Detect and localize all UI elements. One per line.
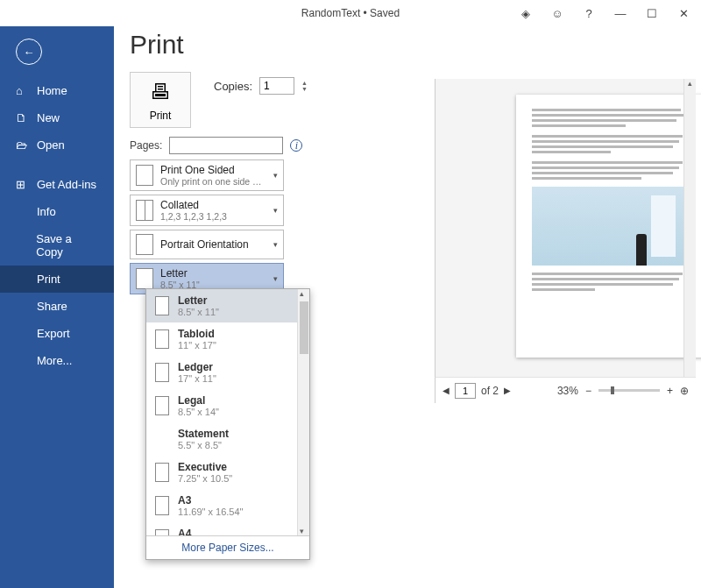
- option-print-sided[interactable]: Print One SidedOnly print on one side of…: [130, 159, 284, 191]
- preview-scrollbar[interactable]: ▴: [683, 79, 696, 401]
- paper-icon: [136, 268, 153, 289]
- dd-item-statement[interactable]: Statement5.5" x 8.5": [146, 422, 309, 456]
- nav-print-label: Print: [37, 273, 60, 286]
- printer-icon: 🖶: [131, 80, 190, 104]
- body: ← ⌂Home 🗋New 🗁Open ⊞Get Add-ins Info Sav…: [0, 26, 701, 588]
- page-number-input[interactable]: [455, 383, 476, 399]
- nav-new-label: New: [37, 111, 60, 124]
- preview-image: [532, 187, 689, 266]
- fit-page-button[interactable]: ⊕: [680, 385, 689, 397]
- nav-info-label: Info: [37, 205, 56, 218]
- page-icon: [155, 329, 169, 349]
- orientation-title: Portrait Orientation: [160, 238, 249, 251]
- chevron-down-icon: ▾: [273, 274, 278, 283]
- pages-input[interactable]: [169, 137, 283, 154]
- zoom-in-button[interactable]: +: [667, 385, 673, 397]
- nav-addins-label: Get Add-ins: [37, 178, 96, 191]
- page-icon: [155, 296, 169, 315]
- zoom-slider[interactable]: [598, 389, 660, 392]
- window-controls: ◈ ☺ ? — ☐ ✕: [517, 0, 701, 26]
- close-button[interactable]: ✕: [675, 7, 692, 20]
- nav-addins[interactable]: ⊞Get Add-ins: [0, 171, 114, 198]
- chevron-down-icon: ▾: [273, 206, 278, 215]
- back-button[interactable]: ←: [16, 39, 42, 65]
- help-button[interactable]: ?: [580, 7, 598, 20]
- pages-label: Pages:: [130, 139, 162, 152]
- nav-more[interactable]: More...: [0, 347, 114, 374]
- copies-spinner[interactable]: ▲▼: [301, 80, 308, 92]
- dd-item-a4[interactable]: A48.27" x 11.69": [146, 522, 309, 535]
- zoom-out-button[interactable]: −: [585, 385, 591, 397]
- sided-sub: Only print on one side of...: [160, 176, 266, 187]
- page-icon: [155, 396, 169, 415]
- dropdown-scroll-area: Letter8.5" x 11" Tabloid11" x 17" Ledger…: [146, 289, 309, 535]
- app-window: RandomText • Saved ◈ ☺ ? — ☐ ✕ ← ⌂Home 🗋…: [0, 0, 701, 588]
- dd-item-tabloid[interactable]: Tabloid11" x 17": [146, 322, 309, 356]
- nav-export[interactable]: Export: [0, 320, 114, 347]
- chevron-down-icon: ▾: [273, 240, 278, 249]
- nav-new[interactable]: 🗋New: [0, 104, 114, 131]
- page-title: Print: [130, 30, 701, 60]
- home-icon: ⌂: [16, 84, 28, 97]
- sided-title: Print One Sided: [160, 164, 266, 176]
- maximize-button[interactable]: ☐: [643, 7, 661, 20]
- nav-save-label: Save a Copy: [36, 232, 98, 259]
- page-icon: [155, 463, 169, 482]
- nav-share[interactable]: Share: [0, 293, 114, 320]
- print-button[interactable]: 🖶 Print: [130, 72, 191, 128]
- copies-input[interactable]: [259, 77, 294, 95]
- option-orientation[interactable]: Portrait Orientation ▾: [130, 230, 284, 259]
- dd-item-a3[interactable]: A311.69" x 16.54": [146, 489, 309, 522]
- preview-page: [516, 95, 701, 358]
- feedback-icon[interactable]: ☺: [549, 7, 566, 20]
- sided-icon: [136, 165, 153, 186]
- nav-save[interactable]: Save a Copy: [0, 225, 114, 266]
- nav-share-label: Share: [37, 300, 67, 313]
- nav-open-label: Open: [37, 138, 65, 152]
- dd-item-legal[interactable]: Legal8.5" x 14": [146, 389, 309, 422]
- dd-item-ledger[interactable]: Ledger17" x 11": [146, 356, 309, 389]
- paper-title: Letter: [160, 267, 200, 280]
- print-button-label: Print: [131, 110, 190, 122]
- dd-item-letter[interactable]: Letter8.5" x 11": [146, 289, 309, 322]
- new-icon: 🗋: [16, 111, 28, 124]
- doc-title: RandomText • Saved: [301, 7, 400, 19]
- print-preview: ▴: [435, 79, 696, 401]
- paper-size-dropdown: Letter8.5" x 11" Tabloid11" x 17" Ledger…: [145, 288, 310, 560]
- dropdown-scrollbar[interactable]: [297, 289, 309, 535]
- nav-export-label: Export: [37, 327, 70, 340]
- copies-control: Copies: ▲▼: [214, 77, 308, 95]
- nav-home[interactable]: ⌂Home: [0, 77, 114, 104]
- nav-open[interactable]: 🗁Open: [0, 131, 114, 159]
- page-icon: [155, 496, 169, 515]
- open-icon: 🗁: [16, 138, 28, 152]
- titlebar: RandomText • Saved ◈ ☺ ? — ☐ ✕: [0, 0, 701, 26]
- nav-print[interactable]: Print: [0, 266, 114, 293]
- minimize-button[interactable]: —: [612, 7, 629, 20]
- more-paper-sizes[interactable]: More Paper Sizes...: [146, 535, 309, 559]
- nav-info[interactable]: Info: [0, 198, 114, 225]
- zoom-label: 33%: [557, 385, 578, 397]
- addins-icon: ⊞: [16, 178, 28, 191]
- backstage-sidebar: ← ⌂Home 🗋New 🗁Open ⊞Get Add-ins Info Sav…: [0, 26, 114, 588]
- collated-icon: [136, 200, 153, 221]
- info-icon[interactable]: i: [290, 139, 302, 152]
- dd-item-executive[interactable]: Executive7.25" x 10.5": [146, 456, 309, 489]
- page-icon: [155, 363, 169, 382]
- copies-label: Copies:: [214, 80, 252, 93]
- nav-home-label: Home: [37, 84, 67, 97]
- collated-title: Collated: [160, 199, 227, 211]
- option-collated[interactable]: Collated1,2,3 1,2,3 1,2,3 ▾: [130, 195, 284, 226]
- page-of-label: of 2: [481, 385, 499, 397]
- page-icon: [155, 529, 169, 535]
- nav-more-label: More...: [37, 354, 72, 367]
- premium-icon[interactable]: ◈: [517, 7, 535, 20]
- preview-nav: ◀ of 2 ▶ 33% − + ⊕: [435, 377, 696, 403]
- next-page-button[interactable]: ▶: [504, 386, 511, 395]
- prev-page-button[interactable]: ◀: [443, 386, 450, 395]
- collated-sub: 1,2,3 1,2,3 1,2,3: [160, 211, 227, 222]
- chevron-down-icon: ▾: [273, 171, 278, 180]
- orientation-icon: [136, 234, 153, 255]
